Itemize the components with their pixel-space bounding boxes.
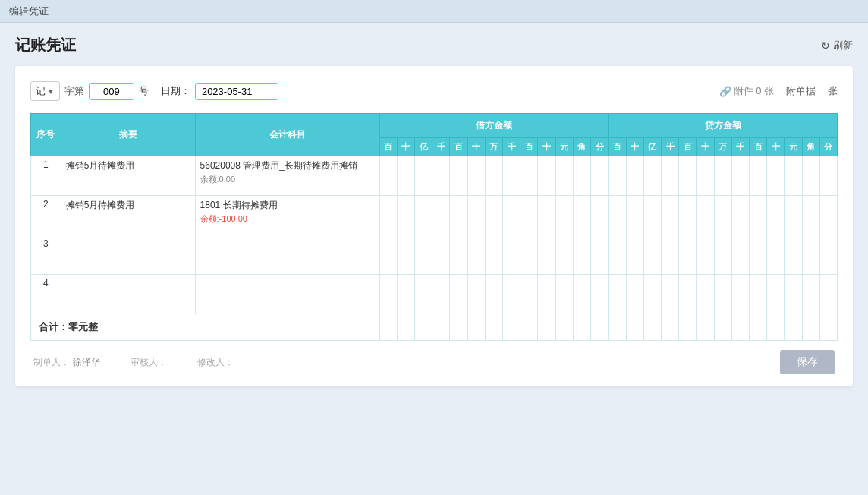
digit-cell-r3-d21[interactable] xyxy=(731,235,749,275)
digit-cell-r3-d4[interactable] xyxy=(432,235,450,275)
digit-cell-r2-d19[interactable] xyxy=(697,196,714,235)
digit-cell-r3-d19[interactable] xyxy=(697,235,714,275)
attach-link[interactable]: 🔗 附件 0 张 xyxy=(719,84,774,98)
digit-cell-r1-d21[interactable] xyxy=(731,156,749,196)
digit-cell-r2-d10[interactable] xyxy=(538,196,555,235)
digit-cell-r1-d19[interactable] xyxy=(697,156,714,196)
digit-cell-r1-d26[interactable] xyxy=(819,156,837,196)
digit-cell-r1-d8[interactable] xyxy=(503,156,520,196)
row-summary-4[interactable] xyxy=(61,275,195,314)
digit-cell-r4-d16[interactable] xyxy=(643,275,661,314)
digit-cell-r1-d20[interactable] xyxy=(714,156,731,196)
digit-cell-r4-d14[interactable] xyxy=(609,275,626,314)
digit-cell-r3-d7[interactable] xyxy=(485,235,502,275)
digit-cell-r4-d7[interactable] xyxy=(485,275,502,314)
digit-cell-r2-d1[interactable] xyxy=(379,196,397,235)
digit-cell-r2-d9[interactable] xyxy=(520,196,538,235)
digit-cell-r1-d12[interactable] xyxy=(573,156,590,196)
digit-cell-r2-d6[interactable] xyxy=(467,196,485,235)
digit-cell-r4-d26[interactable] xyxy=(819,275,837,314)
digit-cell-r2-d13[interactable] xyxy=(591,196,609,235)
digit-cell-r2-d20[interactable] xyxy=(714,196,731,235)
digit-cell-r2-d8[interactable] xyxy=(503,196,520,235)
digit-cell-r2-d26[interactable] xyxy=(819,196,837,235)
digit-cell-r3-d26[interactable] xyxy=(819,235,837,275)
digit-cell-r1-d5[interactable] xyxy=(450,156,467,196)
digit-cell-r4-d4[interactable] xyxy=(432,275,450,314)
digit-cell-r4-d21[interactable] xyxy=(731,275,749,314)
digit-cell-r2-d15[interactable] xyxy=(626,196,643,235)
digit-cell-r3-d17[interactable] xyxy=(661,235,678,275)
digit-cell-r1-d16[interactable] xyxy=(643,156,661,196)
digit-cell-r3-d8[interactable] xyxy=(503,235,520,275)
digit-cell-r2-d24[interactable] xyxy=(785,196,802,235)
row-summary-3[interactable] xyxy=(61,235,195,275)
digit-cell-r2-d17[interactable] xyxy=(661,196,678,235)
digit-cell-r3-d12[interactable] xyxy=(573,235,590,275)
digit-cell-r1-d15[interactable] xyxy=(626,156,643,196)
digit-cell-r4-d6[interactable] xyxy=(467,275,485,314)
digit-cell-r4-d8[interactable] xyxy=(503,275,520,314)
digit-cell-r4-d12[interactable] xyxy=(573,275,590,314)
digit-cell-r1-d23[interactable] xyxy=(767,156,785,196)
refresh-button[interactable]: ↻ 刷新 xyxy=(821,39,853,52)
digit-cell-r2-d21[interactable] xyxy=(731,196,749,235)
digit-cell-r2-d25[interactable] xyxy=(802,196,819,235)
digit-cell-r3-d22[interactable] xyxy=(749,235,766,275)
digit-cell-r2-d3[interactable] xyxy=(415,196,432,235)
digit-cell-r4-d20[interactable] xyxy=(714,275,731,314)
digit-cell-r3-d11[interactable] xyxy=(555,235,573,275)
digit-cell-r4-d13[interactable] xyxy=(591,275,609,314)
digit-cell-r1-d11[interactable] xyxy=(555,156,573,196)
attach-btn[interactable]: 附单据 xyxy=(786,84,816,98)
digit-cell-r3-d14[interactable] xyxy=(609,235,626,275)
row-account-2[interactable]: 1801 长期待摊费用余额:-100.00 xyxy=(195,196,379,235)
digit-cell-r4-d10[interactable] xyxy=(538,275,555,314)
digit-cell-r1-d7[interactable] xyxy=(485,156,502,196)
digit-cell-r2-d12[interactable] xyxy=(573,196,590,235)
date-input[interactable] xyxy=(195,83,278,100)
digit-cell-r1-d17[interactable] xyxy=(661,156,678,196)
digit-cell-r3-d10[interactable] xyxy=(538,235,555,275)
digit-cell-r3-d13[interactable] xyxy=(591,235,609,275)
digit-cell-r3-d16[interactable] xyxy=(643,235,661,275)
digit-cell-r2-d18[interactable] xyxy=(679,196,697,235)
digit-cell-r4-d19[interactable] xyxy=(697,275,714,314)
digit-cell-r4-d5[interactable] xyxy=(450,275,467,314)
digit-cell-r2-d4[interactable] xyxy=(432,196,450,235)
digit-cell-r1-d4[interactable] xyxy=(432,156,450,196)
digit-cell-r1-d9[interactable] xyxy=(520,156,538,196)
digit-cell-r1-d13[interactable] xyxy=(591,156,609,196)
digit-cell-r2-d14[interactable] xyxy=(609,196,626,235)
digit-cell-r4-d9[interactable] xyxy=(520,275,538,314)
digit-cell-r1-d1[interactable] xyxy=(379,156,397,196)
digit-cell-r3-d3[interactable] xyxy=(415,235,432,275)
digit-cell-r2-d2[interactable] xyxy=(397,196,414,235)
digit-cell-r3-d9[interactable] xyxy=(520,235,538,275)
digit-cell-r1-d3[interactable] xyxy=(415,156,432,196)
digit-cell-r4-d25[interactable] xyxy=(802,275,819,314)
digit-cell-r1-d2[interactable] xyxy=(397,156,414,196)
digit-cell-r1-d22[interactable] xyxy=(749,156,766,196)
digit-cell-r1-d10[interactable] xyxy=(538,156,555,196)
digit-cell-r1-d18[interactable] xyxy=(679,156,697,196)
digit-cell-r2-d11[interactable] xyxy=(555,196,573,235)
digit-cell-r3-d23[interactable] xyxy=(767,235,785,275)
digit-cell-r3-d5[interactable] xyxy=(450,235,467,275)
digit-cell-r4-d1[interactable] xyxy=(379,275,397,314)
digit-cell-r1-d14[interactable] xyxy=(609,156,626,196)
digit-cell-r2-d7[interactable] xyxy=(485,196,502,235)
digit-cell-r3-d25[interactable] xyxy=(802,235,819,275)
row-summary-1[interactable]: 摊销5月待摊费用 xyxy=(61,156,195,196)
row-summary-2[interactable]: 摊销5月待摊费用 xyxy=(61,196,195,235)
digit-cell-r3-d20[interactable] xyxy=(714,235,731,275)
digit-cell-r4-d18[interactable] xyxy=(679,275,697,314)
digit-cell-r3-d1[interactable] xyxy=(379,235,397,275)
digit-cell-r3-d6[interactable] xyxy=(467,235,485,275)
digit-cell-r1-d6[interactable] xyxy=(467,156,485,196)
digit-cell-r3-d24[interactable] xyxy=(785,235,802,275)
digit-cell-r3-d18[interactable] xyxy=(679,235,697,275)
digit-cell-r4-d24[interactable] xyxy=(785,275,802,314)
digit-cell-r4-d17[interactable] xyxy=(661,275,678,314)
digit-cell-r4-d15[interactable] xyxy=(626,275,643,314)
